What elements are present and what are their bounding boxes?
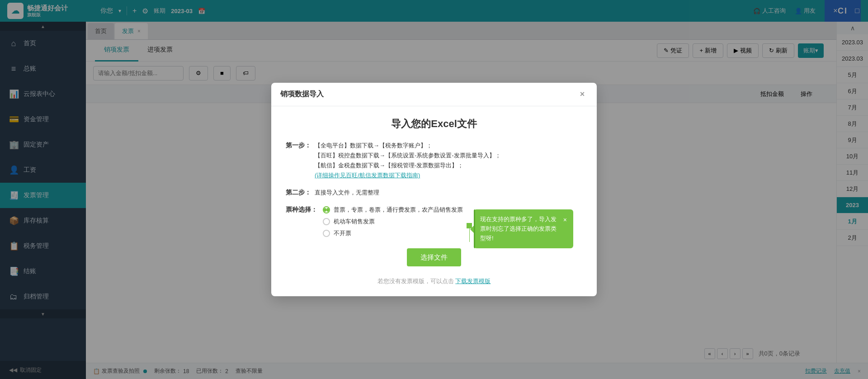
ticket-select-label: 票种选择： — [286, 206, 317, 214]
radio-normal-label: 普票，专票，卷票，通行费发票，农产品销售发票 — [334, 206, 463, 214]
dialog-footer: 若您没有发票模版，可以点击 下载发票模版 — [286, 277, 582, 285]
radio-normal[interactable]: 普票，专票，卷票，通行费发票，农产品销售发票 — [323, 206, 463, 214]
step1-line3: 【航信】金税盘数据下载→【报税管理-发票数据导出】； — [315, 161, 501, 170]
step2-label: 第二步： — [286, 189, 311, 197]
select-file-area: 选择文件 — [286, 248, 582, 266]
step1-line2: 【百旺】税控盘数据下载→【系统设置-系统参数设置-发票批量导入】； — [315, 152, 501, 160]
step1-content: 【全电平台】数据下载→【税务数字账户】； 【百旺】税控盘数据下载→【系统设置-系… — [315, 142, 501, 180]
tooltip-line — [469, 228, 470, 242]
dialog-close-btn[interactable]: × — [577, 89, 588, 100]
step1-guide-link[interactable]: (详细操作见百旺/航信发票数据下载指南) — [315, 171, 501, 180]
radio-no-invoice[interactable]: 不开票 — [323, 229, 463, 237]
radio-car-label: 机动车销售发票 — [334, 218, 375, 226]
step2-block: 第二步： 直接导入文件，无需整理 — [286, 189, 582, 197]
select-file-btn[interactable]: 选择文件 — [407, 248, 461, 266]
import-dialog: 销项数据导入 × 导入您的Excel文件 第一步： 【全电平台】数据下载→【税务… — [271, 83, 597, 296]
radio-normal-circle — [323, 206, 330, 213]
dialog-overlay: 销项数据导入 × 导入您的Excel文件 第一步： 【全电平台】数据下载→【税务… — [0, 0, 868, 379]
dialog-header: 销项数据导入 × — [271, 83, 597, 106]
tooltip-close-btn[interactable]: × — [563, 215, 567, 225]
tooltip-bubble: × 现在支持的票种多了，导入发票时别忘了选择正确的发票类型呀! — [474, 209, 573, 248]
step1-line1: 【全电平台】数据下载→【税务数字账户】； — [315, 142, 501, 150]
radio-no-invoice-label: 不开票 — [334, 229, 351, 237]
dialog-body: 导入您的Excel文件 第一步： 【全电平台】数据下载→【税务数字账户】； 【百… — [271, 106, 597, 296]
radio-car[interactable]: 机动车销售发票 — [323, 218, 463, 226]
tooltip-bar — [474, 209, 475, 248]
ticket-select: 票种选择： 普票，专票，卷票，通行费发票，农产品销售发票 机动车销售发票 — [286, 206, 582, 237]
dialog-title: 销项数据导入 — [280, 90, 324, 99]
radio-group: 普票，专票，卷票，通行费发票，农产品销售发票 机动车销售发票 不开票 — [323, 206, 463, 237]
tooltip-container: × 现在支持的票种多了，导入发票时别忘了选择正确的发票类型呀! — [467, 209, 573, 248]
step1-label: 第一步： — [286, 142, 311, 150]
step2-content: 直接导入文件，无需整理 — [315, 189, 379, 197]
tooltip-text: 现在支持的票种多了，导入发票时别忘了选择正确的发票类型呀! — [480, 216, 557, 242]
dialog-main-title: 导入您的Excel文件 — [286, 117, 582, 131]
download-template-link[interactable]: 下载发票模版 — [455, 278, 491, 284]
tooltip-arrow — [470, 226, 474, 233]
radio-car-circle — [323, 218, 330, 225]
step1-block: 第一步： 【全电平台】数据下载→【税务数字账户】； 【百旺】税控盘数据下载→【系… — [286, 142, 582, 180]
radio-no-invoice-circle — [323, 230, 330, 237]
